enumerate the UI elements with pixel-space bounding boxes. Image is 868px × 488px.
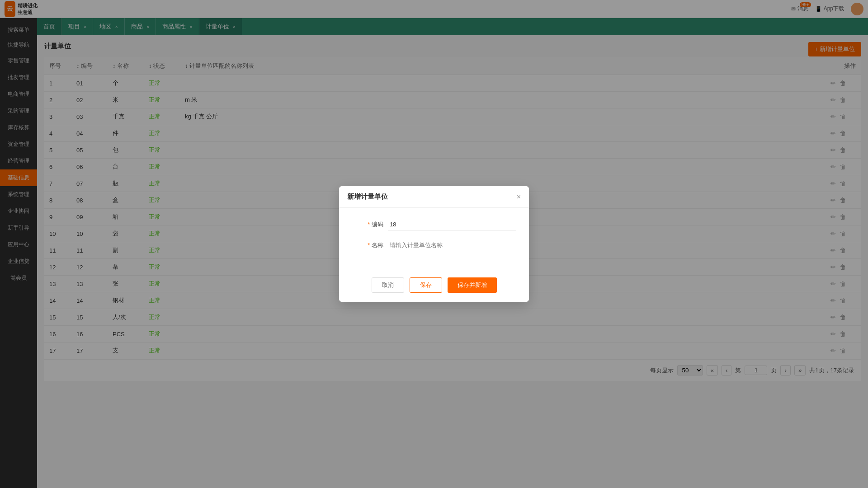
cancel-button[interactable]: 取消 [372, 277, 404, 293]
save-button[interactable]: 保存 [410, 277, 442, 293]
modal-overlay[interactable]: 新增计量单位 × * 编码 * 名称 取消 保存 保存并新增 [0, 0, 868, 488]
name-input[interactable] [388, 239, 516, 251]
name-required-mark: * [368, 242, 370, 249]
save-and-new-button[interactable]: 保存并新增 [448, 277, 497, 293]
modal-close-button[interactable]: × [517, 193, 521, 201]
code-label: * 编码 [352, 221, 383, 229]
name-form-row: * 名称 [352, 239, 516, 251]
code-input[interactable] [388, 219, 516, 230]
modal-title: 新增计量单位 [347, 192, 388, 201]
modal-header: 新增计量单位 × [339, 186, 529, 208]
modal-body: * 编码 * 名称 [339, 208, 529, 271]
code-required-mark: * [368, 221, 370, 228]
modal-footer: 取消 保存 保存并新增 [339, 271, 529, 302]
code-label-text: 编码 [372, 221, 383, 228]
add-measure-unit-modal: 新增计量单位 × * 编码 * 名称 取消 保存 保存并新增 [339, 186, 529, 302]
name-label: * 名称 [352, 241, 383, 249]
name-label-text: 名称 [372, 242, 383, 249]
code-form-row: * 编码 [352, 219, 516, 230]
